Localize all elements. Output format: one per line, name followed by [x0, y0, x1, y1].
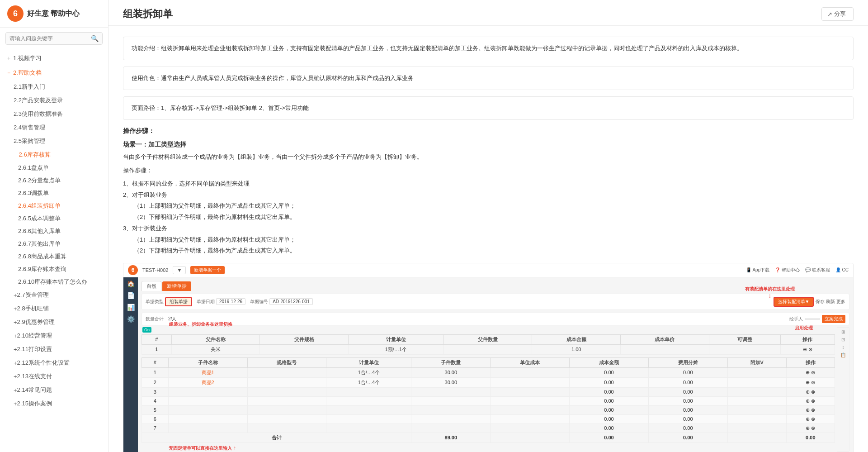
intro-block: 功能介绍：组装拆卸单用来处理企业组装或拆卸等加工业务，支持有固定装配清单的产品加…: [123, 37, 854, 60]
sidebar-item-label: 1.视频学习: [13, 54, 42, 62]
mock-doctype-input[interactable]: 组装单据: [165, 297, 192, 306]
annotation-2: 组装业务、拆卸业务在这里切换: [169, 322, 232, 327]
mock-th-child-unit: 计量单位: [326, 357, 411, 367]
mock-date-input[interactable]: 2019-12-26: [216, 298, 245, 305]
share-button[interactable]: ↗ 分享: [821, 7, 854, 21]
steps-title: 操作步骤：: [123, 127, 854, 135]
sidebar-item-label: 2.15操作案例: [17, 400, 52, 408]
sidebar-item-label: 2.6库存核算: [19, 151, 51, 159]
expand-icon: +: [14, 373, 17, 380]
share-label: 分享: [834, 10, 846, 18]
mock-th-parent-spec: 父件规格: [260, 334, 349, 344]
sidebar-item-inv1[interactable]: 2.6.1盘点单: [0, 162, 108, 174]
mock-app-name: TEST-H002: [142, 267, 168, 273]
sidebar-item-faq[interactable]: + 2.14常见问题: [0, 383, 108, 397]
mock-action-btns: 保存 刷新 更多: [816, 299, 845, 305]
mock-tool-2[interactable]: ⊡: [841, 337, 845, 342]
mock-table-upper: # 父件名称 父件规格 计量单位 父件数量 成本金额 成本单价 可调整: [142, 334, 835, 355]
mock-tab-new[interactable]: 新增单据: [162, 281, 191, 291]
mock-th-adj: 可调整: [709, 334, 780, 344]
mock-dept-input[interactable]: [805, 318, 820, 320]
mock-td-cost: 1.00: [532, 344, 621, 354]
sidebar-item-inventory[interactable]: − 2.6库存核算: [0, 148, 108, 162]
path-text: 页面路径：1、库存核算->库存管理->组装拆卸单 2、首页->常用功能: [132, 105, 309, 111]
sidebar-item-sales[interactable]: 2.4销售管理: [0, 121, 108, 134]
sidebar-item-new-user[interactable]: 2.1新手入门: [0, 80, 108, 94]
mock-settings-icon: ⚙️: [127, 315, 135, 323]
mock-logo: 6: [128, 265, 138, 275]
sidebar-item-label: 2.13在线支付: [17, 372, 52, 381]
mock-tool-4[interactable]: 📋: [840, 352, 846, 357]
sidebar-item-inv7[interactable]: 2.6.7其他出库单: [0, 238, 108, 250]
sidebar-item-cases[interactable]: + 2.15操作案例: [0, 397, 108, 410]
mock-tab-natural[interactable]: 自然: [142, 281, 161, 291]
share-icon: ↗: [827, 11, 832, 18]
mock-td-child-name1[interactable]: 商品1: [168, 367, 247, 377]
article-body: 功能介绍：组装拆卸单用来处理企业组装或拆卸等加工业务，支持有固定装配清单的产品加…: [108, 26, 868, 452]
mock-th-child-v: 附加V: [727, 357, 786, 367]
sidebar-item-purchase[interactable]: 2.5采购管理: [0, 134, 108, 148]
sidebar-item-label: 2.4销售管理: [14, 124, 45, 132]
sidebar-item-inv6[interactable]: 2.6.6其他入库单: [0, 225, 108, 238]
step-list: 1、根据不同的业务，选择不同单据的类型来处理 2、对于组装业务 （1）上部明细为…: [123, 178, 854, 257]
expand-icon: +: [14, 400, 17, 407]
sidebar-item-video[interactable]: + 1.视频学习: [0, 51, 108, 66]
mock-home-icon: 🏠: [127, 280, 135, 287]
sidebar-item-inv4[interactable]: 2.6.4组装拆卸单: [0, 200, 108, 212]
mock-th-child-alloc: 费用分摊: [648, 357, 727, 367]
mock-td-unit: 1额/…1个: [349, 344, 443, 354]
collapse-icon: −: [7, 70, 10, 76]
sidebar-item-label: 2.帮助文档: [13, 69, 42, 77]
sidebar-item-mobile[interactable]: + 2.8手机旺铺: [0, 302, 108, 315]
sidebar-item-inv5[interactable]: 2.6.5成本调整单: [0, 212, 108, 225]
mock-td-ucost: [621, 344, 709, 354]
mock-tool-3[interactable]: ↕: [842, 345, 844, 350]
annotation-4: 无固定清单可以直接在这里输入: [169, 446, 232, 451]
sidebar-item-install[interactable]: 2.2产品安装及登录: [0, 94, 108, 107]
mock-td-child-name2[interactable]: 商品2: [168, 377, 247, 387]
mock-doc-icon: 📄: [127, 292, 135, 299]
mock-td-name: 关米: [171, 344, 260, 354]
search-box[interactable]: 🔍: [5, 32, 103, 45]
mock-doctype-label: 单据类型: [146, 299, 164, 305]
mock-th-child-ucost: 单位成本: [491, 357, 570, 367]
mock-docnum-input[interactable]: AD-20191226-001: [269, 298, 313, 305]
sidebar-item-label: 2.6.10库存账本错了怎么办: [18, 278, 87, 285]
sidebar-item-inv2[interactable]: 2.6.2分量盘点单: [0, 174, 108, 187]
search-input[interactable]: [9, 35, 91, 42]
sidebar-item-coupon[interactable]: + 2.9优惠券管理: [0, 315, 108, 329]
sidebar-item-customize[interactable]: + 2.12系统个性化设置: [0, 356, 108, 370]
role-block: 使用角色：通常由生产人员或库管人员完成拆装业务的操作，库管人员确认原材料的出库和…: [123, 67, 854, 90]
scene1-title: 场景一：加工类型选择: [123, 141, 854, 149]
mock-user: 👤 CC: [835, 267, 849, 272]
mock-confirm-btn[interactable]: 立案完成: [822, 315, 845, 323]
sidebar-item-label: 2.6.4组装拆卸单: [18, 202, 61, 209]
sidebar-item-prepare[interactable]: 2.3使用前数据准备: [0, 107, 108, 121]
sidebar-item-finance[interactable]: + 2.7资金管理: [0, 288, 108, 302]
mock-tool-1[interactable]: ⊞: [841, 329, 845, 334]
mock-th-cost: 成本金额: [532, 334, 621, 344]
mock-new-btn[interactable]: 新增单据一个: [190, 266, 225, 274]
mock-form-date: 单据日期 2019-12-26: [197, 298, 245, 305]
sidebar-item-inv10[interactable]: 2.6.10库存账本错了怎么办: [0, 276, 108, 288]
expand-icon: +: [14, 292, 17, 299]
main-header: 组装拆卸单 ↗ 分享: [108, 0, 868, 26]
expand-icon: +: [14, 305, 17, 312]
table-row: 6 0.00 0.00: [142, 414, 835, 423]
sidebar-item-print[interactable]: + 2.11打印设置: [0, 343, 108, 356]
sidebar-item-docs[interactable]: − 2.帮助文档: [0, 66, 108, 80]
role-text: 使用角色：通常由生产人员或库管人员完成拆装业务的操作，库管人员确认原材料的出库和…: [132, 75, 414, 81]
sidebar-item-label: 2.1新手入门: [14, 83, 45, 91]
sidebar-item-payment[interactable]: + 2.13在线支付: [0, 370, 108, 383]
mock-form-doctype: 单据类型 组装单据: [146, 297, 192, 306]
sidebar-item-inv9[interactable]: 2.6.9库存账本查询: [0, 263, 108, 276]
table-row: 3 0.00 0.00: [142, 387, 835, 396]
table-row: 4 0.00 0.00: [142, 396, 835, 405]
sidebar-item-label: 2.11打印设置: [17, 345, 52, 353]
sidebar-item-inv8[interactable]: 2.6.8商品成本重算: [0, 250, 108, 263]
sidebar-item-inv3[interactable]: 2.6.3调拨单: [0, 187, 108, 200]
sidebar-item-label: 2.6.7其他出库单: [18, 240, 61, 247]
sidebar-item-operation[interactable]: + 2.10经营管理: [0, 329, 108, 343]
mock-td-num: 1: [142, 344, 172, 354]
sidebar-item-label: 2.8手机旺铺: [17, 305, 49, 313]
